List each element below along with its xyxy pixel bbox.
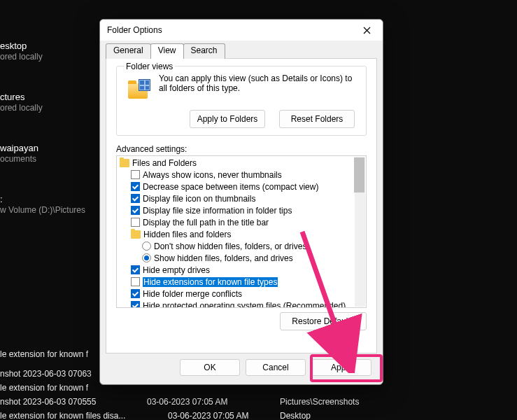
tree-label: Hide folder merge conflicts [143, 289, 242, 299]
tree-label: Hidden files and folders [143, 230, 231, 239]
tree-label: Always show icons, never thumbnails [143, 170, 282, 180]
tab-general[interactable]: General [106, 43, 151, 59]
folder-icon [120, 159, 129, 167]
tree-item[interactable]: Decrease space between items (compact vi… [117, 181, 366, 192]
tree-label: Show hidden files, folders, and drives [154, 253, 293, 263]
tree-item[interactable]: Hidden files and folders [117, 228, 366, 240]
tree-label: Display the full path in the title bar [143, 218, 269, 227]
tree-label: Don't show hidden files, folders, or dri… [154, 241, 306, 251]
ok-button[interactable]: OK [180, 359, 240, 376]
tree-label: Display file size information in folder … [143, 206, 292, 216]
scrollbar-thumb[interactable] [354, 158, 364, 192]
checkbox[interactable] [131, 265, 140, 274]
checkbox[interactable] [131, 289, 140, 298]
tab-content: Folder views You can apply this view (su… [106, 58, 377, 354]
folder-views-icon [124, 74, 155, 104]
radio[interactable] [142, 241, 151, 251]
tree-root[interactable]: Files and Folders [117, 157, 366, 169]
tree-label: Files and Folders [132, 158, 197, 168]
scrollbar[interactable] [355, 157, 365, 307]
checkbox[interactable] [131, 182, 140, 191]
folder-views-group: Folder views You can apply this view (su… [116, 66, 367, 136]
tree-label: Hide empty drives [143, 265, 210, 275]
tree-item[interactable]: Hide extensions for known file types [117, 276, 366, 288]
cancel-button[interactable]: Cancel [246, 359, 306, 376]
tree-item[interactable]: Don't show hidden files, folders, or dri… [117, 240, 366, 252]
tab-view[interactable]: View [150, 43, 184, 59]
tree-item[interactable]: Display file icon on thumbnails [117, 192, 366, 204]
tree-label: Hide extensions for known file types [143, 277, 278, 287]
close-icon [363, 27, 371, 34]
tree-item[interactable]: Display file size information in folder … [117, 204, 366, 216]
advanced-settings-label: Advanced settings: [116, 144, 367, 154]
restore-defaults-button[interactable]: Restore Defaults [280, 312, 367, 330]
background-quick-access: esktopored locally cturesored locally wa… [0, 38, 112, 221]
radio[interactable] [142, 253, 151, 262]
checkbox[interactable] [131, 218, 140, 227]
tree-item[interactable]: Hide protected operating system files (R… [117, 300, 366, 308]
folder-views-text: You can apply this view (such as Details… [155, 74, 359, 104]
checkbox[interactable] [131, 194, 140, 203]
tree-item[interactable]: Hide folder merge conflicts [117, 288, 366, 300]
apply-to-folders-button[interactable]: Apply to Folders [190, 110, 265, 128]
tab-search[interactable]: Search [183, 43, 225, 59]
folder-options-dialog: Folder Options General View Search Folde… [99, 19, 383, 385]
titlebar: Folder Options [100, 20, 383, 41]
checkbox[interactable] [131, 277, 140, 286]
checkbox[interactable] [131, 170, 140, 179]
advanced-settings-tree[interactable]: Files and FoldersAlways show icons, neve… [116, 155, 367, 308]
tab-bar: General View Search [100, 43, 383, 58]
group-label: Folder views [124, 62, 175, 71]
tree-label: Hide protected operating system files (R… [143, 301, 346, 309]
tree-item[interactable]: Hide empty drives [117, 264, 366, 276]
dialog-buttons: OK Cancel Apply [100, 359, 383, 384]
checkbox[interactable] [131, 301, 140, 308]
tree-label: Display file icon on thumbnails [143, 194, 255, 204]
tree-label: Decrease space between items (compact vi… [143, 182, 318, 192]
tree-item[interactable]: Display the full path in the title bar [117, 216, 366, 228]
tree-item[interactable]: Always show icons, never thumbnails [117, 169, 366, 181]
checkbox[interactable] [131, 206, 140, 215]
tree-item[interactable]: Show hidden files, folders, and drives [117, 252, 366, 264]
close-button[interactable] [350, 20, 383, 41]
apply-button[interactable]: Apply [311, 359, 371, 376]
dialog-title: Folder Options [107, 25, 350, 35]
reset-folders-button[interactable]: Reset Folders [279, 110, 355, 128]
folder-icon [131, 230, 141, 239]
